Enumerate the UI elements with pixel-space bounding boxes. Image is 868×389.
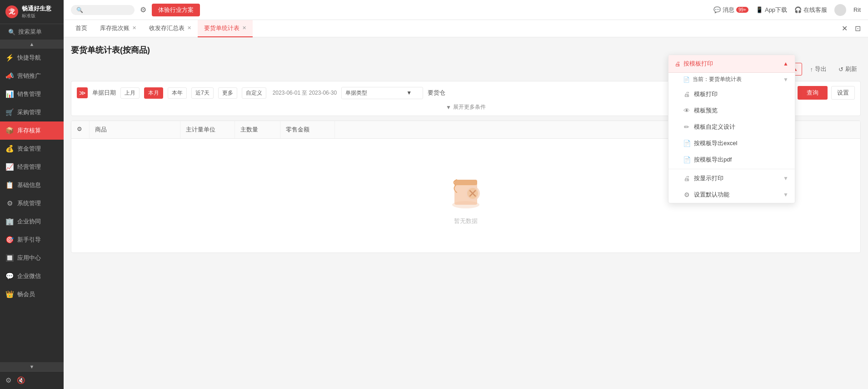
print-header-icon: 🖨 [675, 61, 681, 67]
tabs-maximize-button[interactable]: ⊡ [853, 22, 863, 35]
refresh-button[interactable]: ↺ 刷新 [835, 63, 861, 75]
sidebar-item-inventory[interactable]: 📦 库存核算 [0, 121, 64, 140]
system-icon: ⚙ [5, 199, 14, 207]
topbar-search[interactable]: 🔍 [71, 5, 135, 15]
basic-icon: 📋 [5, 181, 14, 189]
dropdown-item-template-design[interactable]: ✏ 模板自定义设计 [668, 119, 795, 135]
dropdown-item-template-pdf[interactable]: 📄 按模板导出pdf [668, 152, 795, 168]
sound-footer-icon[interactable]: 🔇 [17, 376, 25, 384]
date-filter-label: 单据日期 [92, 89, 116, 97]
tab-inventory-batch-close[interactable]: ✕ [132, 25, 136, 31]
sidebar-menu: ⚡ 快捷导航 📣 营销推广 📊 销售管理 🛒 采购管理 📦 库存核算 💰 资金管… [0, 49, 64, 362]
sidebar-item-shortcut[interactable]: ⚡ 快捷导航 [0, 49, 64, 67]
messages-badge: 99+ [736, 7, 748, 13]
display-print-icon: 🖨 [683, 175, 690, 182]
export-button[interactable]: ↑ 导出 [807, 63, 831, 75]
sidebar-item-enterprise[interactable]: 🏢 企业协同 [0, 212, 64, 231]
date-curr-month-button[interactable]: 本月 [144, 87, 163, 99]
date-custom-button[interactable]: 自定义 [242, 87, 266, 99]
sidebar-item-wechat[interactable]: 💬 企业微信 [0, 267, 64, 285]
sidebar-label: 采购管理 [17, 108, 41, 116]
tab-order-stats-label: 要货单统计表 [204, 24, 239, 32]
logo-icon: 龙 [5, 5, 18, 18]
sidebar-item-basic[interactable]: 📋 基础信息 [0, 176, 64, 194]
tab-order-stats[interactable]: 要货单统计表 ✕ [198, 20, 253, 37]
topbar-search-icon: 🔍 [76, 7, 83, 13]
sidebar-item-finance[interactable]: 💰 资金管理 [0, 140, 64, 158]
avatar[interactable] [834, 4, 846, 16]
dropdown-title: 按模板打印 [683, 60, 713, 68]
svg-rect-2 [454, 180, 477, 185]
tab-receipt-summary-label: 收发存汇总表 [149, 24, 185, 32]
sidebar-label: 资金管理 [17, 145, 41, 153]
sidebar-item-operation[interactable]: 📈 经营管理 [0, 158, 64, 176]
settings-button[interactable]: 设置 [831, 86, 855, 100]
sidebar-item-apps[interactable]: 🔲 应用中心 [0, 249, 64, 267]
dropdown-item-default-func[interactable]: ⚙ 设置默认功能 ▼ [668, 187, 795, 203]
tabs-close-all-button[interactable]: ✕ [840, 22, 849, 35]
sidebar-label: 畅会员 [17, 290, 35, 298]
export-icon: ↑ [810, 66, 813, 73]
sidebar-search[interactable]: 🔍 搜索菜单 [0, 24, 64, 40]
dropdown-header[interactable]: 🖨 按模板打印 ▲ [668, 55, 795, 73]
dropdown-item-template-print[interactable]: 🖨 模板打印 [668, 86, 795, 102]
date-more-button[interactable]: 更多 [218, 87, 237, 99]
template-pdf-icon: 📄 [683, 156, 690, 163]
col-settings[interactable]: ⚙ [71, 121, 90, 138]
export-label: 导出 [815, 65, 827, 73]
expand-more-label: 展开更多条件 [453, 103, 486, 111]
sidebar-item-member[interactable]: 👑 畅会员 [0, 285, 64, 303]
date-7days-button[interactable]: 近7天 [191, 87, 214, 99]
order-type-select[interactable]: 单据类型 ▼ [341, 87, 423, 99]
tab-receipt-summary-close[interactable]: ✕ [187, 25, 191, 31]
sidebar-item-newbie[interactable]: 🎯 新手引导 [0, 231, 64, 249]
empty-text: 暂无数据 [454, 217, 478, 225]
enterprise-icon: 🏢 [5, 217, 14, 226]
newbie-icon: 🎯 [5, 236, 14, 244]
page-title: 要货单统计表(按商品) [71, 45, 861, 56]
messages-item[interactable]: 💬 消息 99+ [713, 6, 748, 14]
online-service-item[interactable]: 🎧 在线客服 [794, 6, 827, 14]
order-type-label: 单据类型 [345, 89, 367, 97]
sidebar-item-purchase[interactable]: 🛒 采购管理 [0, 103, 64, 121]
search-label: 搜索菜单 [18, 28, 42, 36]
expand-filter-button[interactable]: ≫ [77, 87, 88, 98]
tab-order-stats-close[interactable]: ✕ [242, 25, 246, 31]
dropdown-current-item[interactable]: 📄 当前：要货单统计表 ▼ [668, 73, 795, 86]
trial-industry-button[interactable]: 体验行业方案 [152, 4, 200, 16]
goods-warehouse-label: 要货仓 [428, 89, 445, 97]
sidebar-item-marketing[interactable]: 📣 营销推广 [0, 67, 64, 85]
current-arrow-icon: ▼ [783, 76, 788, 83]
query-button[interactable]: 查询 [798, 86, 828, 100]
tab-receipt-summary[interactable]: 收发存汇总表 ✕ [143, 20, 198, 37]
sidebar-scroll-up[interactable]: ▲ [0, 40, 64, 49]
tabs-end: ✕ ⊡ [840, 22, 863, 35]
refresh-label: 刷新 [845, 65, 857, 73]
tab-inventory-batch-label: 库存批次账 [100, 24, 130, 32]
username-label: Rit [853, 6, 861, 13]
template-excel-label: 按模板导出excel [694, 139, 737, 147]
col-quantity: 主数量 [235, 121, 280, 138]
tab-home[interactable]: 首页 [69, 20, 94, 37]
select-arrow-icon: ▼ [406, 90, 412, 96]
display-print-label: 按显示打印 [694, 174, 723, 182]
default-func-icon: ⚙ [683, 191, 690, 198]
dropdown-item-display-print[interactable]: 🖨 按显示打印 ▼ [668, 170, 795, 187]
col-goods: 商品 [90, 121, 180, 138]
topbar-gear-icon[interactable]: ⚙ [140, 5, 146, 14]
expand-more-conditions[interactable]: ▼ 展开更多条件 [446, 103, 486, 111]
dropdown-item-template-preview[interactable]: 👁 模板预览 [668, 102, 795, 119]
top-bar: 🔍 ⚙ 体验行业方案 💬 消息 99+ 📱 App下载 🎧 在线客服 Rit [64, 0, 868, 20]
sidebar-item-system[interactable]: ⚙ 系统管理 [0, 194, 64, 212]
sidebar-item-sales[interactable]: 📊 销售管理 [0, 85, 64, 103]
dropdown-close-arrow[interactable]: ▲ [783, 61, 788, 67]
tab-inventory-batch[interactable]: 库存批次账 ✕ [94, 20, 143, 37]
template-design-label: 模板自定义设计 [694, 123, 735, 131]
sidebar-scroll-down[interactable]: ▼ [0, 362, 64, 371]
date-prev-month-button[interactable]: 上月 [120, 87, 140, 99]
dropdown-item-template-excel[interactable]: 📄 按模板导出excel [668, 135, 795, 152]
online-service-label: 在线客服 [803, 6, 827, 14]
date-year-button[interactable]: 本年 [168, 87, 187, 99]
settings-footer-icon[interactable]: ⚙ [5, 376, 11, 384]
app-download-item[interactable]: 📱 App下载 [756, 6, 787, 14]
